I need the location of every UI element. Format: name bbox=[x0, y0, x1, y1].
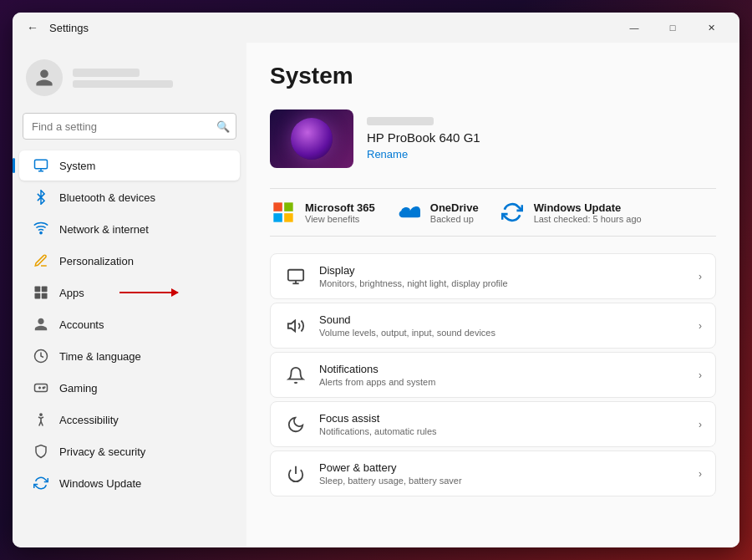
sidebar-item-privacy[interactable]: Privacy & security bbox=[19, 436, 240, 466]
sidebar-item-time[interactable]: Time & language bbox=[19, 341, 240, 371]
sidebar-item-system[interactable]: System bbox=[19, 150, 240, 181]
sidebar-item-network[interactable]: Network & internet bbox=[19, 214, 240, 244]
sidebar-label-apps: Apps bbox=[59, 287, 84, 299]
accessibility-icon bbox=[33, 411, 49, 428]
user-email bbox=[73, 80, 173, 88]
avatar bbox=[26, 59, 63, 96]
main-content: 🔍 System Bluet bbox=[13, 43, 739, 547]
notifications-text: Notifications Alerts from apps and syste… bbox=[319, 363, 687, 387]
sidebar-label-network: Network & internet bbox=[59, 223, 149, 236]
sidebar-item-gaming[interactable]: Gaming bbox=[19, 373, 240, 403]
setting-sound[interactable]: Sound Volume levels, output, input, soun… bbox=[270, 303, 716, 349]
network-icon bbox=[33, 221, 49, 237]
ms365-sub: View benefits bbox=[305, 214, 375, 224]
sidebar-item-apps[interactable]: Apps bbox=[19, 277, 240, 308]
user-info bbox=[73, 69, 173, 88]
sound-icon bbox=[284, 314, 307, 338]
setting-power[interactable]: Power & battery Sleep, battery usage, ba… bbox=[270, 451, 716, 496]
page-title: System bbox=[270, 63, 716, 89]
svg-rect-17 bbox=[273, 213, 282, 221]
sidebar-item-accessibility[interactable]: Accessibility bbox=[19, 405, 240, 435]
setting-display[interactable]: Display Monitors, brightness, night ligh… bbox=[270, 253, 716, 299]
power-text: Power & battery Sleep, battery usage, ba… bbox=[319, 461, 687, 486]
ms365-info: Microsoft 365 View benefits bbox=[305, 201, 375, 224]
window-title: Settings bbox=[49, 22, 616, 34]
sidebar-item-personalization[interactable]: Personalization bbox=[19, 246, 240, 276]
sidebar-label-accessibility: Accessibility bbox=[59, 414, 119, 426]
device-model: HP ProBook 640 G1 bbox=[367, 130, 480, 145]
personalization-icon bbox=[33, 252, 49, 269]
title-bar: ← Settings — □ ✕ bbox=[13, 13, 739, 43]
minimize-button[interactable]: — bbox=[616, 16, 653, 39]
search-box: 🔍 bbox=[23, 113, 236, 140]
window-controls: — □ ✕ bbox=[616, 16, 729, 39]
onedrive-info: OneDrive Backed up bbox=[430, 201, 479, 224]
winupdate-sub: Last checked: 5 hours ago bbox=[534, 214, 642, 224]
winupdate-service-icon bbox=[499, 199, 526, 226]
sidebar-item-update[interactable]: Windows Update bbox=[19, 468, 240, 498]
focus-desc: Notifications, automatic rules bbox=[319, 426, 687, 436]
display-name: Display bbox=[319, 264, 687, 277]
gaming-icon bbox=[33, 379, 49, 396]
power-name: Power & battery bbox=[319, 461, 687, 474]
notifications-name: Notifications bbox=[319, 363, 687, 375]
sound-desc: Volume levels, output, input, sound devi… bbox=[319, 328, 687, 338]
display-icon bbox=[284, 265, 307, 288]
service-ms365[interactable]: Microsoft 365 View benefits bbox=[270, 199, 375, 226]
device-image bbox=[270, 109, 353, 168]
svg-marker-22 bbox=[288, 320, 295, 331]
sidebar-label-bluetooth: Bluetooth & devices bbox=[59, 191, 155, 204]
service-onedrive[interactable]: OneDrive Backed up bbox=[395, 199, 479, 226]
sidebar-label-update: Windows Update bbox=[59, 477, 141, 490]
main-panel: System HP ProBook 640 G1 Rename bbox=[246, 43, 739, 547]
notifications-icon bbox=[284, 364, 307, 387]
setting-focus[interactable]: Focus assist Notifications, automatic ru… bbox=[270, 401, 716, 447]
svg-rect-15 bbox=[273, 202, 282, 211]
time-icon bbox=[33, 348, 49, 364]
svg-point-14 bbox=[40, 414, 42, 415]
focus-chevron: › bbox=[699, 419, 702, 430]
sidebar-label-system: System bbox=[59, 160, 95, 172]
winupdate-info: Windows Update Last checked: 5 hours ago bbox=[534, 201, 642, 224]
power-icon bbox=[284, 462, 307, 486]
apps-arrow bbox=[119, 292, 178, 293]
sidebar-item-accounts[interactable]: Accounts bbox=[19, 309, 240, 339]
notifications-desc: Alerts from apps and system bbox=[319, 377, 687, 387]
focus-icon bbox=[284, 413, 307, 436]
svg-rect-18 bbox=[284, 213, 293, 221]
svg-rect-16 bbox=[284, 202, 293, 211]
device-rename-link[interactable]: Rename bbox=[367, 148, 480, 160]
close-button[interactable]: ✕ bbox=[693, 16, 729, 39]
notifications-chevron: › bbox=[699, 369, 702, 381]
power-chevron: › bbox=[699, 468, 702, 480]
sidebar-label-privacy: Privacy & security bbox=[59, 445, 145, 458]
sidebar-item-bluetooth[interactable]: Bluetooth & devices bbox=[19, 182, 240, 212]
svg-rect-6 bbox=[35, 293, 41, 299]
maximize-button[interactable]: □ bbox=[654, 16, 691, 39]
device-name-blurred bbox=[367, 117, 434, 125]
back-button[interactable]: ← bbox=[23, 18, 43, 38]
svg-point-3 bbox=[40, 232, 42, 233]
user-profile bbox=[13, 49, 246, 109]
user-name bbox=[73, 69, 140, 77]
display-desc: Monitors, brightness, night light, displ… bbox=[319, 278, 687, 288]
focus-name: Focus assist bbox=[319, 412, 687, 425]
svg-rect-19 bbox=[288, 269, 303, 280]
focus-text: Focus assist Notifications, automatic ru… bbox=[319, 412, 687, 436]
service-winupdate[interactable]: Windows Update Last checked: 5 hours ago bbox=[499, 199, 642, 226]
system-icon bbox=[33, 157, 49, 174]
svg-rect-4 bbox=[35, 287, 41, 293]
display-text: Display Monitors, brightness, night ligh… bbox=[319, 264, 687, 288]
search-icon: 🔍 bbox=[216, 120, 230, 133]
search-input[interactable] bbox=[23, 113, 236, 140]
sound-chevron: › bbox=[699, 320, 702, 332]
onedrive-name: OneDrive bbox=[430, 201, 479, 214]
sidebar-label-gaming: Gaming bbox=[59, 382, 98, 395]
sound-text: Sound Volume levels, output, input, soun… bbox=[319, 313, 687, 338]
device-sphere bbox=[291, 118, 333, 160]
settings-window: ← Settings — □ ✕ bbox=[13, 13, 739, 547]
device-card: HP ProBook 640 G1 Rename bbox=[270, 106, 716, 171]
setting-notifications[interactable]: Notifications Alerts from apps and syste… bbox=[270, 352, 716, 398]
display-chevron: › bbox=[699, 271, 702, 283]
onedrive-icon bbox=[395, 199, 422, 226]
